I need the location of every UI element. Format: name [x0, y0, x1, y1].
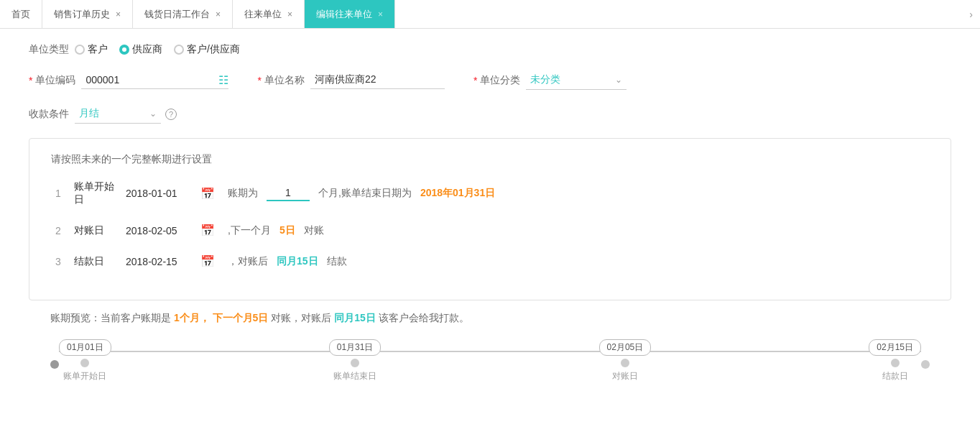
- preview-check-date: 下一个月5日: [213, 312, 269, 323]
- period-months-input[interactable]: [267, 185, 310, 201]
- radio-customer-circle: [75, 45, 85, 55]
- period-desc-check-prefix: ,下一个月: [228, 224, 271, 237]
- radio-supplier-label: 供应商: [132, 43, 162, 56]
- radio-supplier[interactable]: 供应商: [119, 43, 162, 56]
- radio-customer[interactable]: 客户: [75, 43, 108, 56]
- timeline-point-1: 01月01日 账单开始日: [59, 339, 111, 382]
- tab-cash-work[interactable]: 钱货日清工作台 ×: [133, 0, 233, 28]
- tab-home[interactable]: 首页: [0, 0, 42, 28]
- radio-customer-supplier-circle: [174, 45, 184, 55]
- period-desc-pay-suffix: 结款: [327, 255, 347, 268]
- radio-customer-supplier[interactable]: 客户/供应商: [174, 43, 240, 56]
- period-cal-icon-3[interactable]: 📅: [200, 254, 215, 268]
- payment-condition-label: 收款条件: [29, 108, 69, 121]
- period-cal-icon-2[interactable]: 📅: [200, 224, 215, 237]
- period-row-2: 2 对账日 📅 ,下一个月 5日 对账: [51, 224, 929, 237]
- unit-category-arrow: ⌄: [615, 75, 622, 85]
- radio-customer-label: 客户: [88, 43, 108, 56]
- unit-category-label: 单位分类: [480, 74, 520, 87]
- timeline-date-box-4: 02月15日: [869, 339, 921, 356]
- timeline-start-dot: [50, 360, 59, 369]
- payment-condition-value: 月结: [79, 107, 145, 120]
- period-row-3: 3 结款日 📅 ，对账后 同月15日 结款: [51, 254, 929, 268]
- period-date-field-3: 📅: [126, 254, 219, 268]
- timeline-dot-1: [80, 359, 89, 367]
- radio-group: 客户 供应商 客户/供应商: [75, 43, 240, 56]
- unit-code-input-wrap: ☷: [81, 71, 228, 89]
- period-row-1: 1 账单开始日 📅 账期为 个月,账单结束日期为 2018年01月31日: [51, 180, 929, 206]
- unit-type-label: 单位类型: [29, 43, 69, 56]
- unit-category-select[interactable]: 未分类 ⌄: [526, 70, 627, 90]
- unit-code-input[interactable]: [81, 71, 216, 88]
- timeline-date-box-1: 01月01日: [59, 339, 111, 356]
- period-date-input-3[interactable]: [126, 256, 198, 267]
- timeline-label-2: 账单结束日: [333, 370, 376, 382]
- timeline-end-dot: [921, 360, 930, 369]
- preview-end: 该客户会给我打款。: [379, 312, 469, 323]
- tab-edit-partner-close[interactable]: ×: [378, 9, 383, 19]
- tab-partner[interactable]: 往来单位 ×: [233, 0, 305, 28]
- timeline-date-box-3: 02月05日: [599, 339, 652, 356]
- period-label-2: 对账日: [74, 224, 117, 237]
- period-num-3: 3: [51, 256, 65, 267]
- unit-type-row: 单位类型 客户 供应商 客户/供应商: [29, 43, 951, 56]
- period-check-day: 5日: [279, 224, 295, 237]
- payment-condition-select[interactable]: 月结 ⌄: [75, 104, 161, 124]
- period-desc-pay-prefix: ，对账后: [228, 255, 268, 268]
- period-cal-icon-1[interactable]: 📅: [200, 187, 215, 201]
- unit-code-label: 单位编码: [35, 74, 75, 87]
- unit-code-copy-icon[interactable]: ☷: [218, 73, 228, 87]
- tab-edit-partner-label: 编辑往来单位: [316, 8, 372, 21]
- timeline-label-3: 对账日: [612, 370, 638, 382]
- period-num-2: 2: [51, 225, 65, 236]
- unit-name-label: 单位名称: [264, 74, 305, 87]
- period-label-3: 结款日: [74, 255, 117, 268]
- period-desc-check-suffix: 对账: [304, 224, 324, 237]
- payment-condition-row: 收款条件 月结 ⌄ ?: [29, 104, 951, 124]
- preview-months: 1个月，: [174, 312, 210, 323]
- tab-partner-close[interactable]: ×: [287, 9, 292, 19]
- unit-category-field: * 单位分类 未分类 ⌄: [473, 70, 627, 90]
- period-end-date: 2018年01月31日: [420, 187, 495, 200]
- period-date-input-2[interactable]: [126, 225, 198, 236]
- tab-sales-history[interactable]: 销售订单历史 ×: [42, 0, 133, 28]
- preview-pay-date: 同月15日: [334, 312, 376, 323]
- period-num-1: 1: [51, 188, 65, 199]
- unit-name-field: * 单位名称: [257, 71, 444, 89]
- period-settings-box: 请按照未来的一个完整帐期进行设置 1 账单开始日 📅 账期为 个月,账单结束日期…: [29, 138, 951, 300]
- unit-name-star: *: [257, 75, 261, 86]
- timeline-date-box-2: 01月31日: [329, 339, 382, 356]
- timeline-point-3: 02月05日 对账日: [599, 339, 652, 382]
- preview-section: 账期预览：当前客户账期是 1个月， 下一个月5日 对账，对账后 同月15日 该客…: [29, 312, 951, 382]
- tab-edit-partner[interactable]: 编辑往来单位 ×: [305, 0, 395, 28]
- timeline-dot-4: [891, 359, 900, 367]
- period-date-input-1[interactable]: [126, 188, 198, 199]
- unit-code-field: * 单位编码 ☷: [29, 71, 228, 89]
- preview-text: 账期预览：当前客户账期是 1个月， 下一个月5日 对账，对账后 同月15日 该客…: [50, 312, 930, 325]
- period-desc-months-suffix: 个月,账单结束日期为: [318, 187, 412, 200]
- tab-cash-work-close[interactable]: ×: [216, 9, 221, 19]
- timeline-point-2: 01月31日 账单结束日: [329, 339, 382, 382]
- tab-sales-history-label: 销售订单历史: [54, 8, 110, 21]
- timeline-points: 01月01日 账单开始日 01月31日 账单结束日 02月05日 对账日: [59, 339, 921, 382]
- payment-help-icon[interactable]: ?: [165, 109, 177, 120]
- timeline: 01月01日 账单开始日 01月31日 账单结束日 02月05日 对账日: [50, 339, 930, 382]
- payment-condition-arrow: ⌄: [149, 109, 157, 119]
- unit-name-input[interactable]: [310, 71, 445, 89]
- timeline-label-1: 账单开始日: [63, 370, 106, 382]
- tab-arrow[interactable]: ›: [962, 0, 980, 28]
- unit-code-star: *: [29, 75, 32, 86]
- radio-customer-supplier-label: 客户/供应商: [187, 43, 240, 56]
- tab-sales-history-close[interactable]: ×: [116, 9, 121, 19]
- period-label-1: 账单开始日: [74, 180, 117, 206]
- unit-category-star: *: [473, 75, 477, 86]
- unit-info-row: * 单位编码 ☷ * 单位名称 * 单位分类 未分类 ⌄: [29, 70, 951, 90]
- preview-label: 账期预览：当前客户账期是: [50, 312, 171, 323]
- timeline-point-4: 02月15日 结款日: [869, 339, 921, 382]
- timeline-dot-2: [351, 359, 359, 367]
- period-date-field-2: 📅: [126, 224, 219, 237]
- tab-bar: 首页 销售订单历史 × 钱货日清工作台 × 往来单位 × 编辑往来单位 × ›: [0, 0, 980, 29]
- tab-cash-work-label: 钱货日清工作台: [144, 8, 210, 21]
- period-title: 请按照未来的一个完整帐期进行设置: [51, 153, 929, 166]
- period-desc-months-prefix: 账期为: [228, 187, 258, 200]
